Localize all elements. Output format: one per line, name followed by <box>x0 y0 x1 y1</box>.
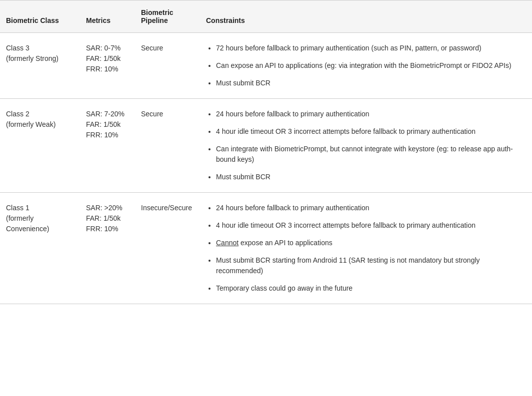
cell-metrics: SAR: 0-7% FAR: 1/50k FRR: 10% <box>80 33 135 99</box>
list-item: Must submit BCR starting from Android 11… <box>216 255 526 276</box>
list-item: 4 hour idle timeout OR 3 incorrect attem… <box>216 126 526 137</box>
header-constraints: Constraints <box>200 0 532 33</box>
cell-metrics: SAR: 7-20% FAR: 1/50k FRR: 10% <box>80 99 135 193</box>
cell-pipeline: Secure <box>135 33 200 99</box>
table-row: Class 3 (formerly Strong)SAR: 0-7% FAR: … <box>0 33 532 99</box>
table-row: Class 2 (formerly Weak)SAR: 7-20% FAR: 1… <box>0 99 532 193</box>
constraints-list: 72 hours before fallback to primary auth… <box>206 43 526 88</box>
cell-constraints: 72 hours before fallback to primary auth… <box>200 33 532 99</box>
list-item: Can expose an API to applications (eg: v… <box>216 60 526 71</box>
list-item: 24 hours before fallback to primary auth… <box>216 203 526 213</box>
list-item: 24 hours before fallback to primary auth… <box>216 109 526 119</box>
cell-pipeline: Insecure/Secure <box>135 193 200 304</box>
header-pipeline: Biometric Pipeline <box>135 0 200 33</box>
cell-biometric-class: Class 2 (formerly Weak) <box>0 99 80 193</box>
list-item: 4 hour idle timeout OR 3 incorrect attem… <box>216 220 526 231</box>
biometric-table-container: Biometric Class Metrics Biometric Pipeli… <box>0 0 532 304</box>
cell-constraints: 24 hours before fallback to primary auth… <box>200 99 532 193</box>
constraints-list: 24 hours before fallback to primary auth… <box>206 109 526 182</box>
cell-pipeline: Secure <box>135 99 200 193</box>
header-biometric-class: Biometric Class <box>0 0 80 33</box>
list-item: Must submit BCR <box>216 78 526 88</box>
list-item: Cannot expose an API to applications <box>216 238 526 248</box>
table-header-row: Biometric Class Metrics Biometric Pipeli… <box>0 0 532 33</box>
header-metrics: Metrics <box>80 0 135 33</box>
constraints-list: 24 hours before fallback to primary auth… <box>206 203 526 294</box>
cell-biometric-class: Class 1 (formerly Convenience) <box>0 193 80 304</box>
biometric-table: Biometric Class Metrics Biometric Pipeli… <box>0 0 532 304</box>
list-item: Temporary class could go away in the fut… <box>216 283 526 294</box>
list-item: Must submit BCR <box>216 172 526 182</box>
cell-biometric-class: Class 3 (formerly Strong) <box>0 33 80 99</box>
table-row: Class 1 (formerly Convenience)SAR: >20% … <box>0 193 532 304</box>
list-item: Can integrate with BiometricPrompt, but … <box>216 144 526 165</box>
cell-metrics: SAR: >20% FAR: 1/50k FRR: 10% <box>80 193 135 304</box>
list-item: 72 hours before fallback to primary auth… <box>216 43 526 53</box>
cell-constraints: 24 hours before fallback to primary auth… <box>200 193 532 304</box>
